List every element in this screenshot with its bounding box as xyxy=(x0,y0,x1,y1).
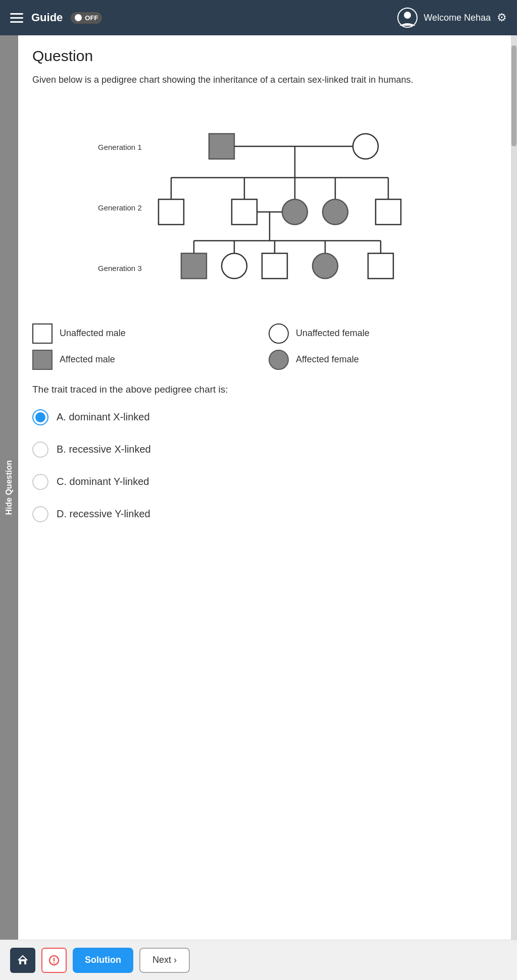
scrollbar[interactable] xyxy=(511,35,517,940)
gen3-unaffected-male xyxy=(262,253,287,279)
legend-affected-female: Affected female xyxy=(269,350,497,370)
hide-question-label: Hide Question xyxy=(5,460,14,515)
guide-toggle[interactable]: OFF xyxy=(71,12,102,24)
gen2-affected-female-left xyxy=(282,199,307,225)
app-header: Guide OFF Welcome Nehaa ⚙ xyxy=(0,0,517,35)
legend-affected-male: Affected male xyxy=(32,350,261,370)
radio-d[interactable] xyxy=(32,506,48,522)
legend-unaffected-female: Unaffected female xyxy=(269,323,497,344)
toggle-state-label: OFF xyxy=(85,14,98,22)
gen3-affected-male xyxy=(181,253,206,279)
question-title: Question xyxy=(32,47,497,65)
option-b-label: B. recessive X-linked xyxy=(57,444,151,455)
radio-a[interactable] xyxy=(32,409,48,425)
toggle-circle-icon xyxy=(75,14,82,21)
pedigree-chart: Generation 1 Generation 2 Generation 3 xyxy=(32,99,497,311)
gen2-unaffected-male-left xyxy=(159,199,184,225)
option-c-label: C. dominant Y-linked xyxy=(57,476,149,487)
svg-point-1 xyxy=(404,12,411,19)
legend-unaffected-female-label: Unaffected female xyxy=(296,328,370,339)
legend-unaffected-male-symbol xyxy=(32,323,53,344)
legend-affected-male-label: Affected male xyxy=(60,354,115,365)
radio-a-inner xyxy=(35,412,45,422)
option-b[interactable]: B. recessive X-linked xyxy=(32,442,497,458)
gen2-unaffected-male-mid xyxy=(232,199,257,225)
option-c[interactable]: C. dominant Y-linked xyxy=(32,474,497,490)
gen2-unaffected-male-right xyxy=(376,199,401,225)
option-a-label: A. dominant X-linked xyxy=(57,411,150,423)
gen3-unaffected-female xyxy=(222,253,247,279)
gen1-affected-male xyxy=(209,134,234,159)
home-button[interactable] xyxy=(10,948,35,973)
legend-affected-female-symbol xyxy=(269,350,289,370)
generation2-label: Generation 2 xyxy=(98,203,142,212)
report-button[interactable] xyxy=(41,948,67,973)
svg-point-20 xyxy=(54,962,55,963)
hide-question-tab[interactable]: Hide Question xyxy=(0,35,18,940)
generation3-label: Generation 3 xyxy=(98,264,142,273)
answer-options: A. dominant X-linked B. recessive X-link… xyxy=(32,409,497,522)
legend-affected-male-symbol xyxy=(32,350,53,370)
legend-unaffected-male-label: Unaffected male xyxy=(60,328,126,339)
gen3-affected-female xyxy=(313,253,338,279)
question-text: Given below is a pedigree chart showing … xyxy=(32,73,497,87)
legend: Unaffected male Unaffected female Affect… xyxy=(32,323,497,370)
option-d-label: D. recessive Y-linked xyxy=(57,508,150,520)
option-a[interactable]: A. dominant X-linked xyxy=(32,409,497,425)
settings-gear-icon[interactable]: ⚙ xyxy=(497,11,507,24)
radio-b[interactable] xyxy=(32,442,48,458)
main-layout: Hide Question Question Given below is a … xyxy=(0,35,517,940)
question-content: Question Given below is a pedigree chart… xyxy=(18,35,511,940)
gen3-unaffected-male-right xyxy=(368,253,393,279)
generation1-label: Generation 1 xyxy=(98,143,142,151)
bottom-bar: Solution Next › xyxy=(0,940,517,980)
scrollbar-thumb[interactable] xyxy=(511,45,516,146)
guide-label: Guide xyxy=(31,11,63,24)
option-d[interactable]: D. recessive Y-linked xyxy=(32,506,497,522)
legend-affected-female-label: Affected female xyxy=(296,354,359,365)
solution-button[interactable]: Solution xyxy=(73,948,133,973)
gen1-unaffected-female xyxy=(353,134,378,159)
hamburger-menu-icon[interactable] xyxy=(10,13,23,23)
welcome-text: Welcome Nehaa xyxy=(424,13,491,23)
legend-unaffected-female-symbol xyxy=(269,323,289,344)
next-button[interactable]: Next › xyxy=(139,948,190,973)
user-avatar-icon xyxy=(397,8,418,28)
gen2-affected-female-right xyxy=(323,199,348,225)
trait-question-text: The trait traced in the above pedigree c… xyxy=(32,384,497,395)
legend-unaffected-male: Unaffected male xyxy=(32,323,261,344)
radio-c[interactable] xyxy=(32,474,48,490)
